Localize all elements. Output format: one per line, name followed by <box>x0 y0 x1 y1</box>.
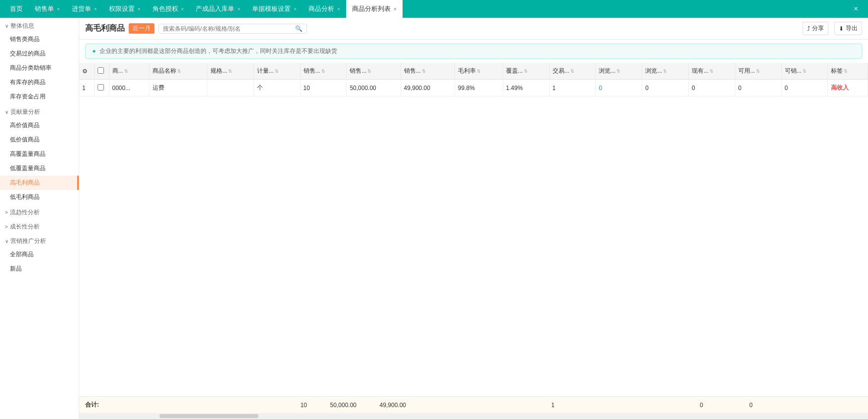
sort-icon-views1[interactable]: ⇅ <box>616 69 620 74</box>
sidebar-group-3[interactable]: >成长性分析 <box>0 219 79 233</box>
sort-icon-grossMargin[interactable]: ⇅ <box>477 69 481 74</box>
sidebar-group-label-2: 流趋性分析 <box>10 208 40 217</box>
export-icon: ⬇ <box>839 25 844 32</box>
settings-icon[interactable]: ⚙ <box>82 68 88 75</box>
scrollbar-thumb[interactable] <box>159 414 258 418</box>
nav-close-6[interactable]: × <box>294 6 297 12</box>
col-checkbox[interactable] <box>94 63 109 80</box>
sidebar-item-0-2[interactable]: 商品分类助销率 <box>0 61 79 75</box>
sort-icon-available[interactable]: ⇅ <box>756 69 760 74</box>
nav-item-2[interactable]: 进货单× <box>66 0 103 18</box>
col-header-views2[interactable]: 浏览...⇅ <box>642 63 689 80</box>
nav-item-3[interactable]: 权限设置× <box>103 0 147 18</box>
nav-close-2[interactable]: × <box>94 6 97 12</box>
search-input[interactable] <box>163 25 295 32</box>
sidebar-item-1-0[interactable]: 高价值商品 <box>0 118 79 133</box>
footer-available: 0 <box>713 402 753 409</box>
sort-icon-saleable[interactable]: ⇅ <box>803 69 807 74</box>
col-header-available[interactable]: 可用...⇅ <box>735 63 781 80</box>
sort-icon-salesCost[interactable]: ⇅ <box>422 69 426 74</box>
cell-salesAmount-0: 50,000.00 <box>347 80 401 96</box>
sort-icon-salesAmount[interactable]: ⇅ <box>367 69 371 74</box>
cell-views1-0[interactable]: 0 <box>596 80 642 96</box>
footer-transactions: 1 <box>515 402 555 409</box>
sidebar-item-1-5[interactable]: 低毛利商品 <box>0 190 79 204</box>
sidebar-item-0-4[interactable]: 库存资金占用 <box>0 90 79 104</box>
window-close-button[interactable]: × <box>848 4 864 13</box>
sort-icon-salesQty[interactable]: ⇅ <box>321 69 325 74</box>
col-settings[interactable]: ⚙ <box>79 63 94 80</box>
export-button[interactable]: ⬇ 导出 <box>834 22 862 35</box>
col-label-saleable: 可销... <box>785 67 802 75</box>
col-header-spec[interactable]: 规格...⇅ <box>207 63 254 80</box>
nav-item-8[interactable]: 商品分析列表× <box>346 0 403 18</box>
col-header-transactions[interactable]: 交易...⇅ <box>549 63 596 80</box>
share-button[interactable]: ⤴ 分享 <box>803 22 828 35</box>
sidebar-item-1-2[interactable]: 高覆盖量商品 <box>0 147 79 161</box>
period-button[interactable]: 近一月 <box>129 23 154 34</box>
sidebar-group-4[interactable]: ∨营销推广分析 <box>0 233 79 247</box>
sidebar-item-0-0[interactable]: 销售类商品 <box>0 32 79 47</box>
nav-item-5[interactable]: 产成品入库单× <box>190 0 246 18</box>
cell-current-0: 0 <box>688 80 735 96</box>
horizontal-scrollbar[interactable] <box>79 413 868 419</box>
cell-saleable-0: 0 <box>781 80 828 96</box>
sidebar-item-1-4[interactable]: 高毛利商品 <box>0 176 79 190</box>
col-label-spec: 规格... <box>210 67 227 75</box>
sidebar-item-1-1[interactable]: 低价值商品 <box>0 133 79 147</box>
sort-icon-name[interactable]: ⇅ <box>177 69 181 74</box>
sort-icon-current[interactable]: ⇅ <box>710 69 714 74</box>
group-arrow-icon-4: ∨ <box>5 238 8 244</box>
col-header-code[interactable]: 商...⇅ <box>109 63 150 80</box>
col-header-salesAmount[interactable]: 销售...⇅ <box>347 63 401 80</box>
sidebar-group-2[interactable]: >流趋性分析 <box>0 204 79 219</box>
sidebar-group-1[interactable]: ∨贡献量分析 <box>0 104 79 118</box>
col-label-grossMargin: 毛利率 <box>458 67 476 75</box>
cell-check-0[interactable] <box>94 80 109 96</box>
sidebar-item-1-3[interactable]: 低覆盖量商品 <box>0 161 79 176</box>
col-header-saleable[interactable]: 可销...⇅ <box>781 63 828 80</box>
nav-close-1[interactable]: × <box>57 6 60 12</box>
col-header-views1[interactable]: 浏览...⇅ <box>596 63 642 80</box>
col-header-coverage[interactable]: 覆盖...⇅ <box>503 63 549 80</box>
nav-item-1[interactable]: 销售单× <box>29 0 66 18</box>
nav-close-4[interactable]: × <box>181 6 184 12</box>
col-header-current[interactable]: 现有...⇅ <box>688 63 735 80</box>
sort-icon-spec[interactable]: ⇅ <box>228 69 232 74</box>
search-icon[interactable]: 🔍 <box>295 25 303 32</box>
cell-salesCost-0: 49,900.00 <box>401 80 455 96</box>
nav-item-0[interactable]: 首页 <box>4 0 29 18</box>
sidebar-group-0[interactable]: ∨整体信息 <box>0 18 79 32</box>
sidebar-item-0-1[interactable]: 交易过的商品 <box>0 47 79 61</box>
nav-close-5[interactable]: × <box>237 6 240 12</box>
sidebar-item-4-0[interactable]: 全部商品 <box>0 247 79 262</box>
col-header-salesCost[interactable]: 销售...⇅ <box>401 63 455 80</box>
sort-icon-tag[interactable]: ⇅ <box>844 69 848 74</box>
col-header-grossMargin[interactable]: 毛利率⇅ <box>455 63 503 80</box>
col-header-name[interactable]: 商品名称⇅ <box>150 63 207 80</box>
nav-close-7[interactable]: × <box>337 6 340 12</box>
sidebar-group-label-1: 贡献量分析 <box>10 108 40 116</box>
select-all-checkbox[interactable] <box>98 67 104 74</box>
col-label-salesQty: 销售... <box>304 67 320 75</box>
nav-item-6[interactable]: 单据模板设置× <box>246 0 303 18</box>
col-header-unit[interactable]: 计量...⇅ <box>254 63 300 80</box>
nav-item-7[interactable]: 商品分析× <box>303 0 346 18</box>
row-checkbox-0[interactable] <box>98 84 104 91</box>
sort-icon-coverage[interactable]: ⇅ <box>524 69 528 74</box>
sort-icon-transactions[interactable]: ⇅ <box>570 69 574 74</box>
col-header-salesQty[interactable]: 销售...⇅ <box>300 63 347 80</box>
content-area: 高毛利商品 近一月 🔍 ⤴ 分享 ⬇ 导出 <box>79 18 868 419</box>
nav-item-4[interactable]: 角色授权× <box>147 0 190 18</box>
nav-close-8[interactable]: × <box>394 6 397 12</box>
nav-close-3[interactable]: × <box>138 6 141 12</box>
col-label-current: 现有... <box>692 67 709 75</box>
sort-icon-unit[interactable]: ⇅ <box>275 69 279 74</box>
sidebar-group-label-0: 整体信息 <box>10 22 34 30</box>
page-title: 高毛利商品 <box>85 23 125 34</box>
sidebar-item-0-3[interactable]: 有库存的商品 <box>0 75 79 90</box>
sort-icon-code[interactable]: ⇅ <box>124 69 128 74</box>
sidebar-item-4-1[interactable]: 新品 <box>0 262 79 276</box>
sort-icon-views2[interactable]: ⇅ <box>663 69 667 74</box>
col-header-tag[interactable]: 标签⇅ <box>828 63 868 80</box>
